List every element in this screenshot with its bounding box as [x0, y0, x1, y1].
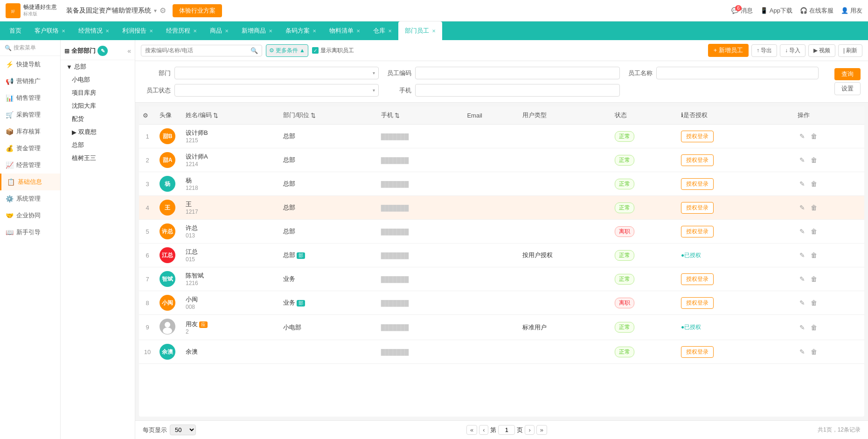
tab-new-goods-close[interactable]: ✕ [269, 28, 272, 34]
more-filter-btn[interactable]: ⚙ 更多条件 ▲ [266, 44, 308, 57]
dept-edit-btn[interactable]: ✎ [97, 46, 108, 56]
trial-btn[interactable]: 体验行业方案 [173, 4, 222, 17]
edit-btn[interactable]: ✎ [798, 155, 807, 165]
tab-goods-close[interactable]: ✕ [225, 28, 229, 34]
dept-sortable[interactable]: 部门/职位 ⇅ [283, 111, 316, 119]
tab-bom-close[interactable]: ✕ [356, 28, 360, 34]
emp-name-input[interactable] [656, 67, 819, 79]
tab-operation-close[interactable]: ✕ [105, 28, 109, 34]
delete-btn[interactable]: 🗑 [809, 323, 819, 332]
app-download-btn[interactable]: 📱 App下载 [760, 7, 792, 15]
online-service-btn[interactable]: 🎧 在线客服 [800, 7, 833, 15]
emp-code-input[interactable] [415, 67, 619, 79]
sidebar-item-basic[interactable]: 📋 基础信息 [0, 174, 60, 190]
phone-input[interactable] [415, 84, 619, 97]
edit-btn[interactable]: ✎ [798, 298, 807, 307]
add-employee-btn[interactable]: + 新增员工 [708, 44, 749, 57]
edit-btn[interactable]: ✎ [798, 227, 807, 236]
tab-operation[interactable]: 经营情况✕ [72, 21, 116, 40]
edit-btn[interactable]: ✎ [798, 323, 807, 332]
dept-node-ph[interactable]: 配货 [61, 112, 135, 125]
tab-bom[interactable]: 物料清单✕ [323, 21, 367, 40]
export-btn[interactable]: ↑ 导出 [751, 44, 777, 57]
edit-btn[interactable]: ✎ [798, 132, 807, 141]
show-resigned-cb[interactable]: ✓ 显示离职员工 [312, 47, 354, 55]
sidebar-item-ops[interactable]: 📈 经营管理 [0, 157, 60, 174]
dept-select[interactable] [174, 67, 379, 79]
delete-btn[interactable]: 🗑 [809, 227, 819, 236]
tab-barcode-close[interactable]: ✕ [312, 28, 316, 34]
tab-goods[interactable]: 商品✕ [203, 21, 235, 40]
name-sortable[interactable]: 姓名/编码 ⇅ [186, 111, 218, 119]
refresh-btn[interactable]: | 刷新 [838, 44, 862, 57]
prev-page-btn[interactable]: ‹ [479, 425, 488, 435]
dept-node-xmkf[interactable]: 项目库房 [61, 86, 135, 99]
status-select[interactable] [174, 84, 379, 97]
settings-icon[interactable]: ⚙ [160, 6, 166, 15]
tab-profit-close[interactable]: ✕ [149, 28, 153, 34]
sidebar-item-system[interactable]: ⚙️ 系统管理 [0, 190, 60, 207]
sidebar-item-marketing[interactable]: 📢 营销推广 [0, 73, 60, 90]
tab-history[interactable]: 经营历程✕ [160, 21, 203, 40]
dept-node-csw3[interactable]: 植树王三 [61, 152, 135, 165]
dept-node-zongbu[interactable]: 总部 [61, 139, 135, 152]
sidebar-item-sales[interactable]: 📊 销售管理 [0, 90, 60, 106]
system-title-arrow[interactable]: ▾ [154, 7, 157, 14]
sidebar-item-guide[interactable]: 📖 新手引导 [0, 224, 60, 241]
edit-btn[interactable]: ✎ [798, 179, 807, 188]
delete-btn[interactable]: 🗑 [809, 251, 819, 260]
tab-profit[interactable]: 利润报告✕ [116, 21, 160, 40]
page-size-select[interactable]: 50 20 100 [170, 425, 196, 435]
auth-btn[interactable]: 授权登录 [681, 273, 714, 285]
collapse-btn[interactable]: « [127, 47, 131, 55]
delete-btn[interactable]: 🗑 [809, 132, 819, 141]
page-input[interactable] [498, 425, 515, 435]
settings-col-icon[interactable]: ⚙ [143, 112, 148, 119]
dept-node-slx[interactable]: ▶ 双鹿想 [61, 125, 135, 139]
phone-sortable[interactable]: 手机 ⇅ [381, 111, 400, 119]
tab-history-close[interactable]: ✕ [193, 28, 197, 34]
import-btn[interactable]: ↓ 导入 [780, 44, 806, 57]
edit-btn[interactable]: ✎ [798, 347, 807, 356]
dept-node-root[interactable]: ▼ 总部 [61, 60, 135, 73]
delete-btn[interactable]: 🗑 [809, 298, 819, 307]
auth-btn[interactable]: 授权登录 [681, 346, 714, 358]
sidebar-item-collab[interactable]: 🤝 企业协同 [0, 207, 60, 224]
auth-btn[interactable]: 授权登录 [681, 131, 714, 142]
auth-btn[interactable]: 授权登录 [681, 154, 714, 166]
tab-employees[interactable]: 部门员工✕ [398, 21, 442, 40]
dept-node-xdb[interactable]: 小电部 [61, 73, 135, 86]
edit-btn[interactable]: ✎ [798, 203, 807, 212]
tab-customer[interactable]: 客户联络✕ [28, 21, 72, 40]
dept-node-sydl[interactable]: 沈阳大库 [61, 99, 135, 112]
edit-btn[interactable]: ✎ [798, 274, 807, 284]
tab-new-goods[interactable]: 新增商品✕ [235, 21, 279, 40]
sidebar-item-finance[interactable]: 💰 资金管理 [0, 140, 60, 157]
tab-warehouse[interactable]: 仓库✕ [367, 21, 398, 40]
user-btn[interactable]: 👤 用友 [841, 7, 862, 15]
tab-warehouse-close[interactable]: ✕ [388, 28, 392, 34]
sidebar-item-purchase[interactable]: 🛒 采购管理 [0, 106, 60, 123]
tab-home[interactable]: 首页 [3, 21, 28, 40]
sidebar-item-inventory[interactable]: 📦 库存核算 [0, 123, 60, 140]
search-input[interactable] [145, 47, 249, 54]
query-btn[interactable]: 查询 [834, 68, 861, 80]
tab-customer-close[interactable]: ✕ [62, 28, 65, 34]
delete-btn[interactable]: 🗑 [809, 155, 819, 165]
delete-btn[interactable]: 🗑 [809, 179, 819, 188]
video-btn[interactable]: ▶ 视频 [808, 44, 835, 57]
auth-btn[interactable]: 授权登录 [681, 297, 714, 309]
tab-barcode[interactable]: 条码方案✕ [279, 21, 323, 40]
delete-btn[interactable]: 🗑 [809, 274, 819, 284]
auth-btn[interactable]: 授权登录 [681, 226, 714, 237]
first-page-btn[interactable]: « [466, 425, 477, 435]
sidebar-search-btn[interactable]: 🔍 搜索菜单 [0, 40, 60, 56]
delete-btn[interactable]: 🗑 [809, 347, 819, 356]
edit-btn[interactable]: ✎ [798, 251, 807, 260]
delete-btn[interactable]: 🗑 [809, 203, 819, 212]
tab-employees-close[interactable]: ✕ [432, 28, 436, 34]
message-btn[interactable]: 💬 6 消息 [731, 7, 753, 15]
reset-btn[interactable]: 设置 [834, 82, 861, 95]
auth-btn[interactable]: 授权登录 [681, 178, 714, 190]
last-page-btn[interactable]: » [536, 425, 547, 435]
